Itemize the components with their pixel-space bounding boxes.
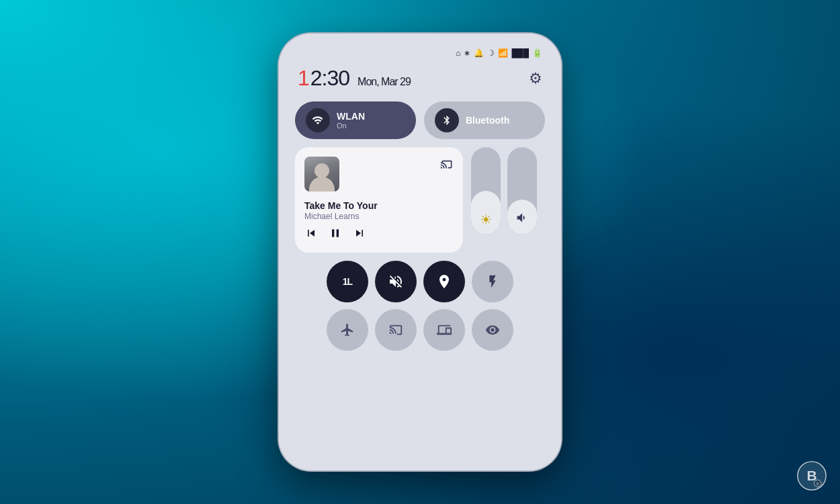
phone-frame: ⌂ ∗ 🔔 ☽ 📶 ███ 🔋 12:30 Mon, Mar 29 ⚙	[279, 34, 561, 470]
bluetooth-icon-circle	[435, 108, 459, 132]
screen: ⌂ ∗ 🔔 ☽ 📶 ███ 🔋 12:30 Mon, Mar 29 ⚙	[279, 34, 561, 470]
time-prefix: 1	[298, 66, 309, 91]
mute-button[interactable]	[375, 261, 417, 302]
song-artist: Michael Learns	[304, 212, 454, 221]
prev-button[interactable]	[304, 226, 318, 243]
airplane-button[interactable]	[327, 309, 368, 351]
watermark: B ®	[797, 461, 827, 491]
music-card[interactable]: Take Me To Your Michael Learns	[295, 147, 463, 253]
bluetooth-label: Bluetooth	[466, 115, 509, 126]
settings-icon[interactable]: ⚙	[529, 70, 542, 87]
do-not-disturb-icon: ☽	[487, 48, 495, 58]
album-art	[304, 157, 339, 192]
toggles-row: WLAN On Bluetooth	[292, 101, 548, 139]
brightness-slider[interactable]: ☀	[471, 147, 501, 235]
person-body	[309, 177, 335, 192]
bluetooth-toggle[interactable]: Bluetooth	[424, 101, 545, 139]
signal-icon: ███	[511, 48, 529, 58]
cast-icon[interactable]	[440, 157, 454, 173]
bottom-circles-row-1: 1L	[292, 261, 548, 302]
eye-button[interactable]	[472, 309, 513, 351]
pause-button[interactable]	[329, 226, 342, 243]
wifi-status-icon: 📶	[498, 48, 508, 58]
music-info: Take Me To Your Michael Learns	[304, 200, 454, 221]
sliders-col: ☀	[471, 147, 537, 253]
cards-button[interactable]	[423, 309, 465, 351]
cast-screen-button[interactable]	[375, 309, 417, 351]
wlan-icon	[306, 108, 330, 132]
song-title: Take Me To Your	[304, 200, 454, 212]
status-icons: ⌂ ∗ 🔔 ☽ 📶 ███ 🔋	[456, 48, 542, 58]
battery-icon: 🔋	[532, 48, 542, 58]
album-person	[304, 157, 339, 192]
app-shortcut-1l[interactable]: 1L	[327, 261, 368, 302]
time-display: 12:30 Mon, Mar 29	[298, 66, 411, 91]
person-head	[314, 163, 329, 178]
wlan-toggle[interactable]: WLAN On	[295, 101, 416, 139]
wlan-label: WLAN	[337, 111, 365, 122]
music-controls	[304, 226, 454, 243]
wlan-text: WLAN On	[337, 111, 365, 130]
bluetooth-status-icon: ⌂	[456, 48, 460, 58]
time-value: 2:30	[310, 66, 349, 91]
wlan-sublabel: On	[337, 122, 365, 130]
bluetooth-text: Bluetooth	[466, 115, 509, 126]
location-button[interactable]	[423, 261, 465, 302]
time-row: 12:30 Mon, Mar 29 ⚙	[292, 63, 548, 101]
flashlight-button[interactable]	[472, 261, 513, 302]
brightness-icon: ☀	[480, 212, 492, 228]
main-controls-grid: Take Me To Your Michael Learns	[292, 147, 548, 253]
volume-slider[interactable]	[507, 147, 537, 235]
status-bar: ⌂ ∗ 🔔 ☽ 📶 ███ 🔋	[292, 46, 548, 63]
volume-icon	[515, 211, 529, 228]
bluetooth-icon: ∗	[464, 48, 470, 58]
notification-icon: 🔔	[474, 48, 484, 58]
time-date: Mon, Mar 29	[358, 76, 411, 88]
svg-text:®: ®	[816, 482, 820, 487]
next-button[interactable]	[353, 226, 366, 243]
music-top	[304, 157, 454, 192]
bottom-circles-row-2	[292, 309, 548, 351]
